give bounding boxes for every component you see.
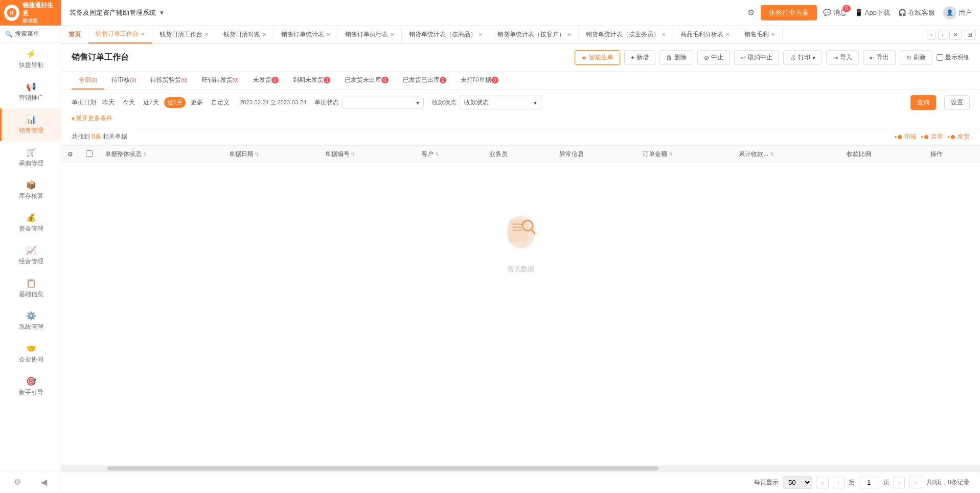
date-opt-custom[interactable]: 自定义 — [208, 97, 233, 108]
sidebar-item-marketing[interactable]: 📢 营销推广 — [0, 76, 61, 108]
subtab-not-printed[interactable]: 未打印单据0 — [453, 72, 506, 89]
cancel-stop-btn[interactable]: ↩ 取消中止 — [734, 50, 779, 65]
date-opt-today[interactable]: 今天 — [120, 97, 138, 108]
col-number[interactable]: 单据编号 — [319, 146, 415, 163]
sidebar-item-purchase[interactable]: 🛒 采购管理 — [0, 141, 61, 174]
ship-op-btn[interactable]: 发货 — [947, 132, 970, 141]
date-opt-last7[interactable]: 近7天 — [140, 97, 162, 108]
tab-nav-prev[interactable]: ‹ — [927, 30, 936, 40]
sidebar-item-enterprise[interactable]: 🤝 企业协同 — [0, 338, 61, 370]
industry-btn[interactable]: 体验行业方案 — [761, 5, 817, 20]
export-btn[interactable]: ⇤ 导出 — [863, 50, 896, 65]
page-size-select[interactable]: 10 20 50 100 — [783, 476, 812, 489]
first-page-btn[interactable]: « — [816, 477, 829, 488]
quick-nav-label: 快捷导航 — [19, 61, 43, 70]
tab-sales-order-workspace[interactable]: 销售订单工作台 ✕ — [88, 26, 152, 43]
expand-filter-btn[interactable]: ▾ 展开更多条件 — [72, 114, 970, 123]
sidebar-item-operations[interactable]: 📈 经营管理 — [0, 239, 61, 272]
prev-page-btn[interactable]: ‹ — [833, 477, 844, 488]
tab-close-icon[interactable]: ✕ — [262, 32, 266, 37]
tab-home[interactable]: 首页 — [61, 26, 88, 43]
user-action[interactable]: 👤 用户 — [943, 6, 972, 19]
tab-sales-stats-product[interactable]: 销货单统计表（按商品） ✕ — [402, 26, 490, 43]
add-btn[interactable]: + 新增 — [624, 50, 655, 65]
select-all-checkbox[interactable] — [86, 150, 93, 157]
col-date[interactable]: 单据日期 — [223, 146, 319, 163]
delete-btn[interactable]: 🗑 删除 — [659, 50, 693, 65]
print-btn[interactable]: 🖨 打印 ▾ — [783, 50, 822, 65]
import-btn[interactable]: ⇥ 导入 — [826, 50, 859, 65]
status-select[interactable]: ▾ — [342, 97, 424, 109]
message-action[interactable]: 💬 消息 6 — [823, 8, 847, 17]
refresh-btn[interactable]: ↻ 刷新 — [900, 50, 932, 65]
subtab-pending-review[interactable]: 待审核(0) — [104, 72, 143, 89]
unreviewed-op-btn[interactable]: 弃审 — [921, 132, 943, 141]
show-detail-checkbox[interactable] — [937, 54, 943, 61]
col-collected[interactable]: 累计收款... — [733, 146, 840, 163]
sidebar-item-basic[interactable]: 📋 基础信息 — [0, 272, 61, 305]
date-opt-yesterday[interactable]: 昨天 — [99, 97, 118, 108]
tab-nav-next[interactable]: › — [938, 30, 947, 40]
online-service-action[interactable]: 🎧 在线客服 — [898, 8, 935, 17]
tab-sales-stats-customer[interactable]: 销货单统计表（按客户） ✕ — [490, 26, 579, 43]
topbar-settings-icon[interactable]: ⚙ — [747, 8, 755, 17]
tab-cash-daily[interactable]: 钱货日清工作台 ✕ — [152, 26, 216, 43]
subtab-shipped-not-warehoused[interactable]: 已发货未出库0 — [337, 72, 396, 89]
table-settings-icon[interactable]: ⚙ — [67, 151, 73, 158]
tab-close-icon[interactable]: ✕ — [478, 32, 483, 37]
tab-nav-close-all[interactable]: ✕ — [949, 30, 962, 40]
subtab-wangpu[interactable]: 旺铺待发货(0) — [195, 72, 246, 89]
system-dropdown[interactable]: ▾ — [160, 9, 164, 16]
sidebar-item-guide[interactable]: 🎯 新手引导 — [0, 370, 61, 403]
collapse-icon[interactable]: ◀ — [41, 477, 47, 487]
tab-cash-reconcile[interactable]: 钱货日清对账 ✕ — [216, 26, 274, 43]
stop-btn[interactable]: ⊘ 中止 — [697, 50, 730, 65]
subtab-shipped-warehoused[interactable]: 已发货已出库0 — [396, 72, 454, 89]
sidebar-item-quick-nav[interactable]: ⚡ 快捷导航 — [0, 43, 61, 76]
tab-close-icon[interactable]: ✕ — [326, 32, 330, 37]
inventory-label: 库存核算 — [19, 192, 43, 200]
subtab-all[interactable]: 全部(0) — [72, 72, 104, 89]
next-page-btn[interactable]: › — [894, 477, 905, 488]
col-amount[interactable]: 订单金额 — [636, 146, 733, 163]
date-opt-more[interactable]: 更多 — [188, 97, 206, 108]
settings-bottom-icon[interactable]: ⚙ — [14, 477, 21, 487]
tab-product-margin[interactable]: 商品毛利分析表 ✕ — [673, 26, 737, 43]
tab-sales-profit[interactable]: 销售毛利 ✕ — [737, 26, 783, 43]
app-download-action[interactable]: 📱 App下载 — [855, 8, 890, 17]
tab-close-icon[interactable]: ✕ — [204, 32, 209, 37]
last-page-btn[interactable]: » — [909, 477, 922, 488]
sidebar-item-sales[interactable]: 📊 销售管理 — [0, 108, 61, 141]
tab-close-icon[interactable]: ✕ — [662, 32, 666, 37]
sidebar-item-system[interactable]: ⚙️ 系统管理 — [0, 305, 61, 338]
payment-select[interactable]: 收款状态 ▾ — [460, 96, 541, 109]
subtab-not-shipped[interactable]: 未发货0 — [246, 72, 286, 89]
filter-settings-btn[interactable]: 设置 — [944, 95, 970, 110]
tab-sales-order-exec[interactable]: 销售订单执行表 ✕ — [338, 26, 402, 43]
subtab-expired-not-shipped[interactable]: 到期未发货0 — [286, 72, 338, 89]
smart-generate-btn[interactable]: ★ 智能生单 — [575, 50, 620, 65]
sidebar-item-inventory[interactable]: 📦 库存核算 — [0, 174, 61, 207]
tab-sales-stats-staff[interactable]: 销货单统计表（按业务员） ✕ — [579, 26, 673, 43]
horizontal-scrollbar[interactable] — [61, 465, 980, 472]
query-btn[interactable]: 查询 — [910, 95, 936, 110]
tab-close-icon[interactable]: ✕ — [725, 32, 730, 37]
sidebar-item-finance[interactable]: 💰 资金管理 — [0, 207, 61, 239]
empty-state: 暂无数据 — [61, 163, 980, 315]
tab-close-icon[interactable]: ✕ — [567, 32, 571, 37]
tab-home-label: 首页 — [69, 30, 81, 39]
subtab-pending-inspect[interactable]: 待拣货验货(0) — [143, 72, 194, 89]
col-status[interactable]: 单据整体状态 — [99, 146, 223, 163]
sidebar-search[interactable]: 🔍 搜索菜单 — [0, 26, 61, 43]
review-op-btn[interactable]: 审核 — [894, 132, 917, 141]
tab-sales-order-stats[interactable]: 销售订单统计表 ✕ — [274, 26, 338, 43]
tab-close-icon[interactable]: ✕ — [141, 31, 145, 37]
page-input[interactable] — [859, 477, 879, 488]
tab-nav-expand[interactable]: ⊞ — [964, 30, 976, 40]
star-icon: ★ — [581, 54, 587, 61]
tab-close-icon[interactable]: ✕ — [771, 32, 775, 37]
show-detail-label[interactable]: 显示明细 — [937, 53, 970, 62]
tab-close-icon[interactable]: ✕ — [390, 32, 394, 37]
date-opt-last1m[interactable]: 近1月 — [164, 97, 186, 108]
col-customer[interactable]: 客户 — [415, 146, 484, 163]
